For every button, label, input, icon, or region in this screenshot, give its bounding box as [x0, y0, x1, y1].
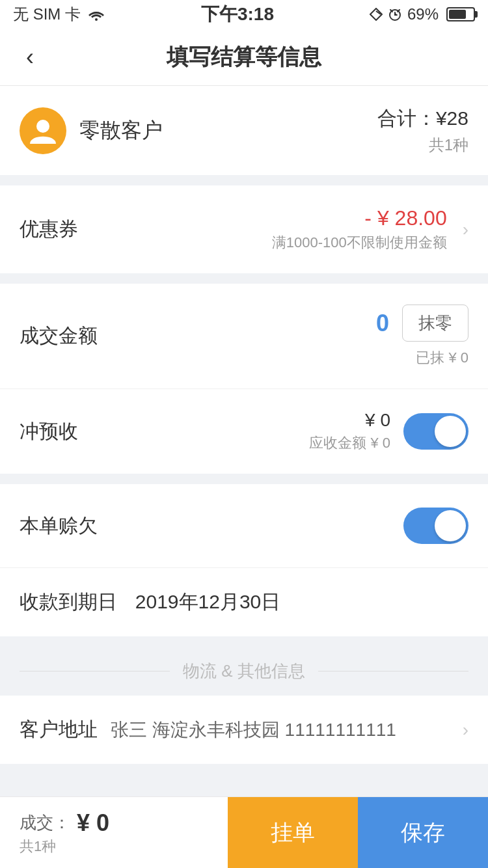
divider-line-left	[20, 671, 170, 671]
debt-card: 本单赊欠 收款到期日 2019年12月30日	[0, 484, 488, 636]
location-icon	[370, 8, 383, 21]
prepayment-toggle[interactable]	[403, 413, 468, 450]
address-section[interactable]: 客户地址 张三 海淀永丰科技园 11111111111 ›	[0, 696, 488, 764]
prepayment-sub: 应收金额 ¥ 0	[309, 433, 390, 453]
save-button[interactable]: 保存	[358, 797, 488, 868]
toggle-knob	[435, 416, 466, 447]
debt-label: 本单赊欠	[20, 513, 98, 539]
coupon-chevron-icon: ›	[463, 219, 468, 240]
coupon-right-area: - ¥ 28.00 满1000-100不限制使用金额 ›	[272, 206, 468, 252]
total-count: 共1种	[377, 135, 468, 156]
address-label: 客户地址	[20, 716, 98, 743]
due-date-row: 收款到期日 2019年12月30日	[0, 567, 488, 636]
debt-row: 本单赊欠	[0, 484, 488, 567]
debt-toggle-knob	[435, 510, 466, 541]
customer-left: 零散客户	[20, 107, 163, 154]
battery-icon	[446, 7, 475, 21]
customer-section: 零散客户 合计：¥28 共1种	[0, 86, 488, 175]
page-title: 填写结算等信息	[167, 42, 321, 72]
round-zero-button[interactable]: 抹零	[402, 305, 468, 342]
back-button[interactable]: ‹	[20, 37, 40, 77]
transaction-row: 成交金额 0 抹零 已抹 ¥ 0	[0, 284, 488, 389]
due-date-value: 2019年12月30日	[135, 591, 280, 612]
debt-toggle[interactable]	[403, 508, 468, 544]
bottom-info: 成交： ¥ 0 共1种	[0, 797, 228, 868]
alarm-icon	[388, 7, 402, 21]
customer-name: 零散客户	[79, 116, 163, 145]
coupon-label: 优惠券	[20, 216, 78, 243]
bottom-count: 共1种	[20, 837, 208, 856]
hold-button[interactable]: 挂单	[228, 797, 358, 868]
status-time: 下午3:18	[201, 2, 274, 27]
bottom-transaction-label: 成交：	[20, 811, 70, 834]
status-left: 无 SIM 卡	[13, 4, 105, 25]
nav-bar: ‹ 填写结算等信息	[0, 29, 488, 86]
divider-text: 物流 & 其他信息	[183, 660, 305, 683]
customer-total: 合计：¥28 共1种	[377, 105, 468, 156]
coupon-row[interactable]: 优惠券 - ¥ 28.00 满1000-100不限制使用金额 ›	[0, 185, 488, 273]
transaction-value: 0	[376, 310, 389, 337]
coupon-amount: - ¥ 28.00	[272, 206, 447, 230]
prepayment-label: 冲预收	[20, 418, 78, 445]
coupon-card: 优惠券 - ¥ 28.00 满1000-100不限制使用金额 ›	[0, 185, 488, 273]
battery-percent: 69%	[407, 5, 439, 23]
transaction-label: 成交金额	[20, 323, 98, 349]
prepayment-row: 冲预收 ¥ 0 应收金额 ¥ 0	[0, 389, 488, 474]
user-icon	[27, 115, 59, 147]
status-right: 69%	[370, 5, 475, 23]
transaction-sub: 已抹 ¥ 0	[416, 348, 468, 368]
coupon-desc: 满1000-100不限制使用金额	[272, 233, 447, 252]
total-amount: 合计：¥28	[377, 105, 468, 132]
due-date-label: 收款到期日	[20, 591, 117, 612]
divider-label: 物流 & 其他信息	[20, 660, 468, 683]
prepayment-amount: ¥ 0	[309, 410, 390, 431]
prepayment-info: ¥ 0 应收金额 ¥ 0	[309, 410, 390, 453]
bottom-transaction-row: 成交： ¥ 0	[20, 809, 208, 837]
divider-line-right	[318, 671, 468, 671]
bottom-transaction-amount: ¥ 0	[77, 809, 109, 837]
bottom-bar: 成交： ¥ 0 共1种 挂单 保存	[0, 796, 488, 868]
address-value: 张三 海淀永丰科技园 11111111111	[111, 718, 457, 742]
divider-section: 物流 & 其他信息	[0, 647, 488, 696]
address-chevron-icon: ›	[463, 720, 468, 740]
no-sim-text: 无 SIM 卡	[13, 4, 81, 25]
transaction-card: 成交金额 0 抹零 已抹 ¥ 0 冲预收 ¥ 0 应收金额 ¥ 0	[0, 284, 488, 474]
wifi-icon	[87, 8, 105, 21]
avatar	[20, 107, 66, 154]
status-bar: 无 SIM 卡 下午3:18 69%	[0, 0, 488, 29]
svg-point-2	[36, 120, 49, 133]
svg-point-0	[95, 18, 98, 21]
coupon-info: - ¥ 28.00 满1000-100不限制使用金额	[272, 206, 447, 252]
